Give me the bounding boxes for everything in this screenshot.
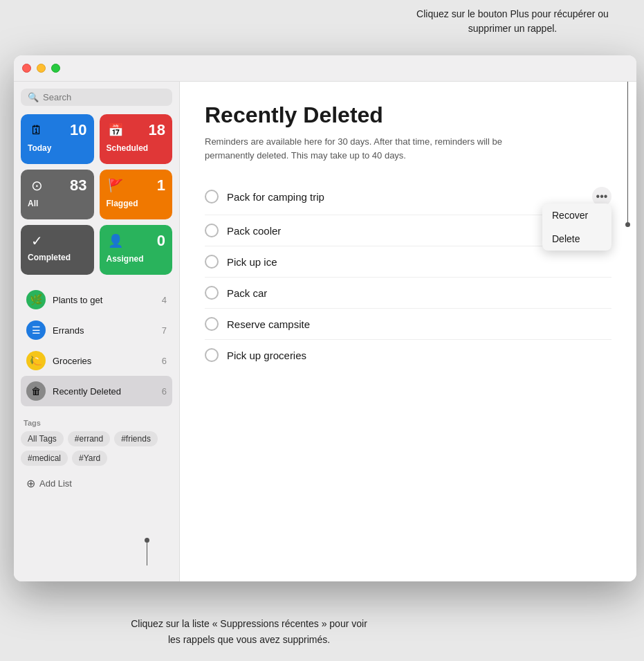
main-content: Recently Deleted Reminders are available… bbox=[180, 82, 636, 581]
today-icon: 🗓 bbox=[28, 121, 46, 139]
recently-deleted-count: 6 bbox=[162, 386, 167, 397]
annotation-top-text: Cliquez sur le bouton Plus pour récupére… bbox=[416, 8, 609, 34]
groceries-icon: 🍋 bbox=[26, 351, 46, 370]
groceries-count: 6 bbox=[162, 356, 167, 366]
add-list-label: Add List bbox=[39, 478, 72, 489]
app-body: 🔍 🗓 10 Today 📅 18 Schedul bbox=[14, 82, 636, 581]
annotation-top: Cliquez sur le bouton Plus pour récupére… bbox=[395, 7, 630, 36]
reminder-circle-2[interactable] bbox=[205, 224, 219, 237]
list-item-groceries[interactable]: 🍋 Groceries 6 bbox=[21, 345, 172, 376]
annotation-bottom: Cliquez sur la liste « Suppressions réce… bbox=[125, 616, 374, 647]
sidebar: 🔍 🗓 10 Today 📅 18 Schedul bbox=[14, 82, 180, 581]
custom-lists: 🌿 Plants to get 4 ☰ Errands 7 🍋 Grocerie… bbox=[21, 284, 172, 406]
all-label: All bbox=[28, 199, 87, 208]
reminder-circle-3[interactable] bbox=[205, 255, 219, 269]
today-label: Today bbox=[28, 143, 87, 153]
smart-lists: 🗓 10 Today 📅 18 Scheduled ⊙ 83 bbox=[21, 114, 172, 275]
flagged-label: Flagged bbox=[107, 199, 166, 208]
errands-icon: ☰ bbox=[26, 320, 46, 340]
recently-deleted-icon: 🗑 bbox=[26, 381, 46, 401]
reminder-item-4: Pack car bbox=[205, 278, 611, 309]
context-menu-recover[interactable]: Recover bbox=[542, 203, 611, 227]
groceries-label: Groceries bbox=[53, 356, 155, 366]
tags-section: Tags All Tags #errand #friends #medical … bbox=[21, 419, 172, 466]
errands-label: Errands bbox=[53, 325, 155, 336]
reminder-list: Pack for camping trip ••• Recover Delete… bbox=[205, 179, 611, 370]
add-list-icon: ⊕ bbox=[26, 477, 35, 490]
smart-card-all[interactable]: ⊙ 83 All bbox=[21, 170, 94, 219]
reminder-circle-1[interactable] bbox=[205, 190, 219, 203]
reminder-item-6: Pick up groceries bbox=[205, 340, 611, 370]
reminder-text-6: Pick up groceries bbox=[227, 350, 611, 361]
reminder-text-5: Reserve campsite bbox=[227, 318, 611, 330]
recently-deleted-label: Recently Deleted bbox=[53, 386, 155, 397]
list-item-recently-deleted[interactable]: 🗑 Recently Deleted 6 bbox=[21, 376, 172, 406]
minimize-button[interactable] bbox=[37, 64, 46, 73]
plants-count: 4 bbox=[162, 295, 167, 305]
context-menu-delete[interactable]: Delete bbox=[542, 227, 611, 251]
callout-dot bbox=[625, 222, 630, 227]
reminder-text-1: Pack for camping trip bbox=[227, 191, 584, 203]
all-icon: ⊙ bbox=[28, 176, 46, 194]
context-menu-1: Recover Delete bbox=[542, 203, 611, 251]
tags-label: Tags bbox=[21, 419, 172, 427]
smart-card-flagged[interactable]: 🚩 1 Flagged bbox=[100, 170, 173, 219]
completed-label: Completed bbox=[28, 253, 87, 262]
assigned-count: 0 bbox=[157, 232, 165, 250]
app-window: 🔍 🗓 10 Today 📅 18 Schedul bbox=[14, 55, 636, 581]
today-count: 10 bbox=[70, 121, 86, 139]
assigned-icon: 👤 bbox=[107, 232, 125, 250]
assigned-label: Assigned bbox=[107, 254, 166, 264]
page-title: Recently Deleted bbox=[205, 102, 611, 128]
annotation-line-bottom bbox=[147, 538, 147, 565]
tag-friends[interactable]: #friends bbox=[114, 431, 158, 446]
smart-card-today[interactable]: 🗓 10 Today bbox=[21, 114, 94, 164]
list-item-plants[interactable]: 🌿 Plants to get 4 bbox=[21, 284, 172, 315]
tag-all-tags[interactable]: All Tags bbox=[21, 431, 64, 446]
reminder-item-3: Pick up ice bbox=[205, 246, 611, 278]
tag-errand[interactable]: #errand bbox=[68, 431, 110, 446]
flagged-icon: 🚩 bbox=[107, 176, 125, 194]
maximize-button[interactable] bbox=[51, 64, 60, 73]
plants-label: Plants to get bbox=[53, 295, 155, 305]
reminder-item-5: Reserve campsite bbox=[205, 309, 611, 340]
smart-card-scheduled[interactable]: 📅 18 Scheduled bbox=[100, 114, 173, 164]
completed-icon: ✓ bbox=[28, 232, 46, 250]
scheduled-label: Scheduled bbox=[107, 143, 166, 153]
smart-card-completed[interactable]: ✓ Completed bbox=[21, 225, 94, 275]
annotation-bottom-text: Cliquez sur la liste « Suppressions réce… bbox=[131, 618, 367, 644]
reminder-item-1: Pack for camping trip ••• Recover Delete bbox=[205, 179, 611, 215]
tags-wrap: All Tags #errand #friends #medical #Yard bbox=[21, 431, 172, 466]
all-count: 83 bbox=[70, 176, 86, 194]
reminder-circle-5[interactable] bbox=[205, 317, 219, 331]
close-button[interactable] bbox=[22, 64, 31, 73]
smart-card-assigned[interactable]: 👤 0 Assigned bbox=[100, 225, 173, 275]
errands-count: 7 bbox=[162, 325, 167, 336]
title-bar bbox=[14, 55, 636, 82]
add-list-button[interactable]: ⊕ Add List bbox=[21, 471, 172, 496]
reminder-text-4: Pack car bbox=[227, 287, 611, 299]
page-description: Reminders are available here for 30 days… bbox=[205, 135, 537, 162]
flagged-count: 1 bbox=[157, 176, 165, 194]
tag-yard[interactable]: #Yard bbox=[72, 451, 107, 466]
search-input[interactable] bbox=[43, 92, 165, 102]
scheduled-icon: 📅 bbox=[107, 121, 125, 139]
scheduled-count: 18 bbox=[149, 121, 165, 139]
list-item-errands[interactable]: ☰ Errands 7 bbox=[21, 315, 172, 345]
reminder-text-3: Pick up ice bbox=[227, 256, 611, 268]
search-bar[interactable]: 🔍 bbox=[21, 89, 172, 106]
reminder-circle-4[interactable] bbox=[205, 286, 219, 300]
annotation-dot-bottom bbox=[145, 538, 149, 543]
callout-line bbox=[627, 82, 628, 227]
tag-medical[interactable]: #medical bbox=[21, 451, 68, 466]
search-icon: 🔍 bbox=[28, 92, 39, 102]
plants-icon: 🌿 bbox=[26, 290, 46, 309]
reminder-circle-6[interactable] bbox=[205, 348, 219, 362]
